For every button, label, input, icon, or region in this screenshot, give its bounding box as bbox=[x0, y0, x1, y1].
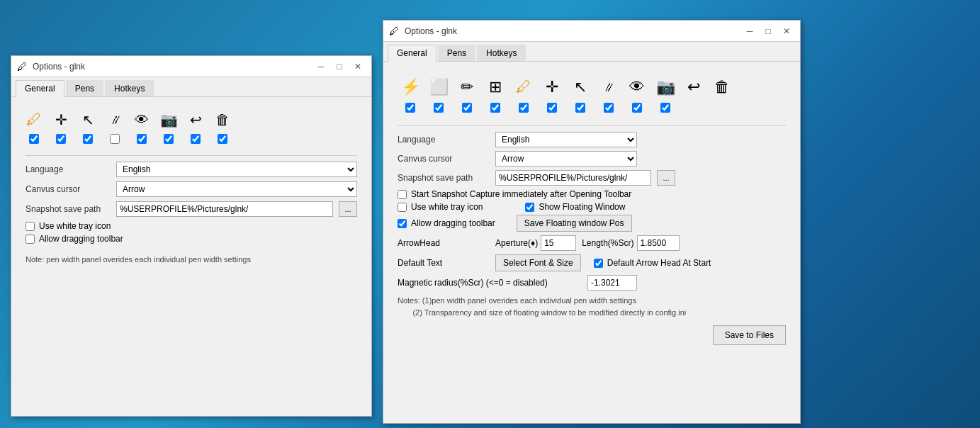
large-start-snapshot-label[interactable]: Start Snapshot Capture immediately after… bbox=[398, 189, 786, 199]
large-language-label: Language bbox=[398, 135, 490, 145]
large-snapshot-input[interactable] bbox=[495, 170, 651, 186]
large-options-window[interactable]: 🖊 Options - glnk ─ □ ✕ General Pens Hotk… bbox=[383, 20, 801, 424]
large-cb7[interactable] bbox=[575, 103, 585, 113]
large-icon-4: ⊞ bbox=[483, 74, 508, 100]
small-toolbar-row: 🖊 ✛ ↖ ⫽ 👁 📷 ↩ 🗑 bbox=[18, 104, 364, 133]
large-close-btn[interactable]: ✕ bbox=[779, 23, 794, 39]
small-icon-lines: ⫽ bbox=[103, 108, 126, 131]
small-drag-label[interactable]: Allow dragging toolbar bbox=[26, 234, 357, 244]
large-default-text-label: Default Text bbox=[398, 258, 490, 268]
small-icon-camera: 📷 bbox=[157, 108, 180, 131]
large-default-arrow-cb[interactable] bbox=[594, 259, 603, 268]
small-window-title: Options - glnk bbox=[33, 62, 313, 72]
large-select-font-btn[interactable]: Select Font & Size bbox=[495, 254, 581, 271]
small-tray-label[interactable]: Use white tray icon bbox=[26, 221, 357, 231]
large-length-input[interactable] bbox=[637, 235, 680, 251]
large-arrowhead-row: ArrowHead Aperture(♦) Length(%Scr) bbox=[398, 235, 786, 251]
small-snapshot-label: Snapshot save path bbox=[26, 204, 111, 214]
small-tab-general[interactable]: General bbox=[16, 80, 64, 97]
large-titlebar: 🖊 Options - glnk ─ □ ✕ bbox=[383, 21, 800, 42]
large-cb8[interactable] bbox=[604, 103, 614, 113]
large-cb2[interactable] bbox=[434, 103, 444, 113]
large-note-2: (2) Transparency and size of floating wi… bbox=[398, 307, 786, 319]
large-start-snapshot-cb[interactable] bbox=[398, 190, 407, 199]
large-aperture-input[interactable] bbox=[541, 235, 576, 251]
large-cb3[interactable] bbox=[462, 103, 472, 113]
large-length-field: Length(%Scr) bbox=[582, 235, 679, 251]
large-aperture-label: Aperture(♦) bbox=[495, 238, 538, 248]
large-minimize-btn[interactable]: ─ bbox=[742, 23, 757, 39]
large-titlebar-controls: ─ □ ✕ bbox=[742, 23, 794, 39]
small-snapshot-input[interactable] bbox=[116, 201, 333, 217]
large-cb9[interactable] bbox=[632, 103, 642, 113]
small-icon-undo: ↩ bbox=[184, 108, 207, 131]
large-floating-label[interactable]: Show Floating Window bbox=[525, 202, 625, 212]
small-cb3[interactable] bbox=[83, 134, 93, 144]
large-checkbox-row bbox=[390, 101, 793, 120]
large-icon-1: ⚡ bbox=[398, 74, 423, 100]
large-tabs: General Pens Hotkeys bbox=[383, 42, 800, 62]
small-cb1[interactable] bbox=[29, 134, 39, 144]
small-browse-btn[interactable]: ... bbox=[339, 201, 357, 217]
large-tray-cb[interactable] bbox=[398, 203, 407, 212]
large-tab-general[interactable]: General bbox=[388, 45, 437, 62]
large-save-btn[interactable]: Save to Files bbox=[713, 325, 786, 345]
large-save-floating-btn[interactable]: Save Floating window Pos bbox=[517, 215, 632, 232]
small-language-label: Language bbox=[26, 164, 111, 174]
small-snapshot-row: Snapshot save path ... bbox=[26, 201, 357, 217]
small-icon-eraser: 🖊 bbox=[23, 108, 45, 131]
small-tab-hotkeys[interactable]: Hotkeys bbox=[105, 80, 154, 96]
large-cb6[interactable] bbox=[547, 103, 557, 113]
large-cb5[interactable] bbox=[519, 103, 529, 113]
small-cb4[interactable] bbox=[110, 134, 120, 144]
large-default-arrow-label[interactable]: Default Arrow Head At Start bbox=[594, 258, 711, 268]
large-icon-undo: ↩ bbox=[681, 74, 706, 100]
small-tray-cb[interactable] bbox=[26, 222, 35, 231]
small-language-select[interactable]: English bbox=[116, 162, 357, 177]
small-drag-cb[interactable] bbox=[26, 235, 35, 244]
large-drag-cb[interactable] bbox=[398, 219, 407, 228]
large-icon-lines: ⫽ bbox=[596, 74, 621, 100]
large-cb10[interactable] bbox=[660, 103, 670, 113]
small-cb7[interactable] bbox=[191, 134, 201, 144]
small-cb5[interactable] bbox=[137, 134, 147, 144]
small-tabs: General Pens Hotkeys bbox=[11, 77, 371, 97]
large-canvus-row: Canvus cursor Arrow bbox=[398, 151, 786, 167]
large-language-select[interactable]: English bbox=[495, 132, 637, 147]
large-magnetic-input[interactable] bbox=[587, 275, 637, 291]
small-cb8[interactable] bbox=[218, 134, 227, 144]
large-floating-cb[interactable] bbox=[525, 203, 534, 212]
large-cb1[interactable] bbox=[405, 103, 415, 113]
small-minimize-btn[interactable]: ─ bbox=[313, 59, 329, 74]
large-note-1: Notes: (1)pen width panel overides each … bbox=[398, 295, 786, 307]
small-cb6[interactable] bbox=[164, 134, 174, 144]
large-drag-label[interactable]: Allow dragging toolbar bbox=[398, 218, 495, 228]
small-titlebar: 🖊 Options - glnk ─ □ ✕ bbox=[11, 56, 371, 77]
large-tab-pens[interactable]: Pens bbox=[438, 45, 475, 61]
large-snapshot-row: Snapshot save path ... bbox=[398, 170, 786, 186]
small-close-btn[interactable]: ✕ bbox=[350, 59, 366, 74]
large-tray-label[interactable]: Use white tray icon bbox=[398, 202, 483, 212]
large-window-title: Options - glnk bbox=[405, 26, 742, 36]
small-options-window[interactable]: 🖊 Options - glnk ─ □ ✕ General Pens Hotk… bbox=[11, 55, 372, 417]
large-maximize-btn[interactable]: □ bbox=[760, 23, 776, 39]
large-magnetic-row: Magnetic radius(%Scr) (<=0 = disabled) bbox=[398, 275, 786, 291]
large-canvus-select[interactable]: Arrow bbox=[495, 151, 637, 167]
large-browse-btn[interactable]: ... bbox=[657, 170, 675, 186]
large-cb4[interactable] bbox=[490, 103, 500, 113]
small-cb2[interactable] bbox=[56, 134, 66, 144]
large-icon-camera: 📷 bbox=[653, 74, 678, 100]
large-icon-eraser: 🖊 bbox=[511, 74, 536, 100]
large-aperture-field: Aperture(♦) bbox=[495, 235, 576, 251]
small-maximize-btn[interactable]: □ bbox=[332, 59, 347, 74]
small-canvus-select[interactable]: Arrow bbox=[116, 181, 357, 197]
large-notes: Notes: (1)pen width panel overides each … bbox=[398, 295, 786, 318]
small-icon-trash: 🗑 bbox=[211, 108, 234, 131]
small-separator bbox=[26, 155, 357, 156]
small-icon-cursor: ↖ bbox=[77, 108, 99, 131]
small-tab-pens[interactable]: Pens bbox=[66, 80, 103, 96]
large-toolbar-row: ⚡ ⬜ ✏ ⊞ 🖊 ✛ ↖ ⫽ 👁 📷 ↩ 🗑 bbox=[390, 69, 793, 101]
large-language-row: Language English bbox=[398, 132, 786, 147]
large-arrowhead-label: ArrowHead bbox=[398, 238, 490, 248]
large-tab-hotkeys[interactable]: Hotkeys bbox=[477, 45, 526, 61]
